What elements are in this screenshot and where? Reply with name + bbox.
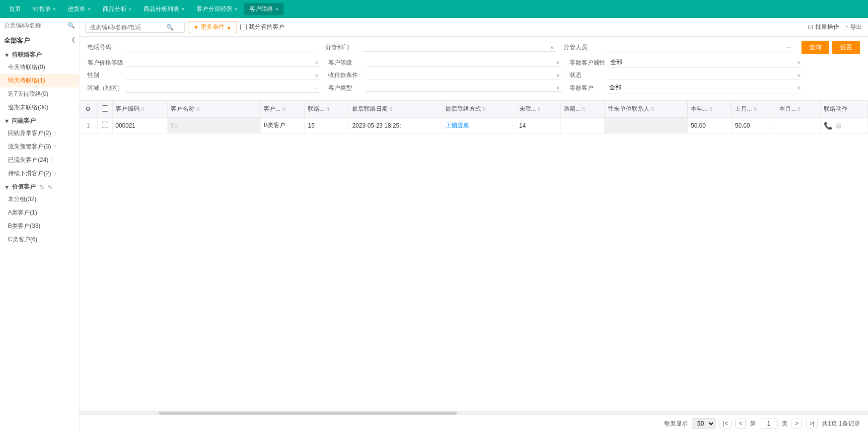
nav-sales-close[interactable]: ×: [53, 6, 56, 12]
cell-checkbox[interactable]: [97, 118, 112, 134]
horizontal-scrollbar[interactable]: [79, 411, 868, 415]
value-toggle-icon[interactable]: ▼: [4, 184, 10, 191]
sidebar-item-7days[interactable]: 近7天待联络(0): [0, 87, 79, 101]
last-month-sort-icon[interactable]: ⇅: [753, 106, 757, 112]
my-customers-checkbox[interactable]: [240, 24, 247, 30]
customer-type-select[interactable]: ∨: [366, 84, 561, 92]
sidebar-item-b-class[interactable]: B类客户(33): [0, 219, 79, 233]
nav-customer-tier-close[interactable]: ×: [234, 6, 237, 12]
year-sort-icon[interactable]: ⇅: [709, 106, 713, 112]
sidebar-item-a-class[interactable]: A类客户(1): [0, 206, 79, 219]
price-level-select[interactable]: ∨: [126, 59, 320, 67]
filter-row-4: 区域（地区） ··· 客户类型 ∨ 零散客户 全部: [87, 82, 860, 93]
unit-sort-icon[interactable]: ⇅: [651, 106, 654, 112]
dept-chevron: ∨: [550, 45, 554, 50]
top-nav: 首页 销售单 × 进货单 × 商品分析 × 商品分析列表 × 客户分层经营 × …: [0, 0, 868, 18]
cell-name: Ea: [167, 118, 261, 134]
status-chevron: ∨: [797, 72, 800, 78]
nav-product-analysis[interactable]: 商品分析 ×: [98, 3, 137, 15]
customer-level-select[interactable]: ∨: [366, 59, 561, 67]
date-sort-icon[interactable]: ⇅: [389, 106, 393, 112]
row-checkbox[interactable]: [102, 122, 108, 128]
filter-search-icon[interactable]: 🔍: [166, 24, 174, 31]
payment-select[interactable]: ∨: [366, 72, 561, 79]
sidebar-item-lost[interactable]: 已流失客户(24) ?: [0, 153, 79, 167]
scrollbar-thumb[interactable]: [159, 412, 457, 415]
gender-select[interactable]: ∨: [125, 72, 320, 79]
dept-select[interactable]: ∨: [363, 44, 555, 52]
problem-toggle-icon[interactable]: ▼: [4, 118, 10, 125]
action-more-icon[interactable]: ⊞: [835, 122, 841, 130]
name-sort-icon[interactable]: ⇅: [196, 106, 200, 112]
filter-search-input[interactable]: [90, 24, 164, 31]
filter-region: 区域（地区） ···: [87, 83, 320, 93]
nav-purchase[interactable]: 进货单 ×: [63, 3, 95, 15]
sidebar-item-overdue[interactable]: 逾期未联络(30): [0, 101, 79, 114]
settings-icon[interactable]: ⚙: [85, 106, 91, 113]
manager-label: 分管人员: [564, 43, 598, 52]
uncontacted-sort-icon[interactable]: ⇅: [537, 106, 541, 112]
manager-ellipsis: ···: [787, 44, 792, 51]
export-btn[interactable]: ↑ 导出: [845, 23, 862, 31]
warning-hint-icon: ?: [53, 144, 56, 150]
pending-toggle-icon[interactable]: ▼: [4, 52, 10, 59]
settings-button[interactable]: 设置: [832, 41, 860, 54]
value-edit-icon[interactable]: ✎: [48, 184, 53, 191]
nav-customer-contact-close[interactable]: ×: [275, 6, 278, 12]
overdue-sort-icon[interactable]: ⇅: [581, 106, 585, 112]
filter-more-btn[interactable]: ▼ 更多条件 ▲: [189, 21, 236, 33]
next-page-btn[interactable]: >: [792, 419, 802, 429]
cell-no: 1: [79, 118, 97, 134]
nav-purchase-close[interactable]: ×: [87, 6, 90, 12]
per-page-select[interactable]: 50: [692, 418, 716, 429]
phone-input[interactable]: [125, 43, 317, 52]
sidebar-search-input[interactable]: [4, 22, 66, 29]
sidebar-item-c-class[interactable]: C类客户(6): [0, 233, 79, 246]
action-call-icon[interactable]: 📞: [824, 122, 832, 130]
select-all-checkbox[interactable]: [102, 105, 108, 112]
col-type: 客户...⇅: [261, 101, 305, 118]
cell-last-contact-method: 下销货单: [442, 118, 516, 134]
type-sort-icon[interactable]: ⇅: [282, 106, 286, 112]
sidebar-item-today[interactable]: 今天待联络(0): [0, 61, 79, 74]
status-select[interactable]: ∨: [607, 72, 802, 79]
retail-customer-select[interactable]: 全部 ∨: [607, 82, 802, 93]
nav-product-list[interactable]: 商品分析列表 ×: [139, 3, 189, 15]
method-sort-icon[interactable]: ⇅: [482, 106, 486, 112]
manager-select[interactable]: ···: [601, 43, 794, 52]
contacts-sort-icon[interactable]: ⇅: [326, 106, 330, 112]
code-sort-icon[interactable]: ⇅: [141, 106, 145, 112]
prev-page-btn[interactable]: <: [735, 419, 746, 429]
cell-contacts: 15: [305, 118, 349, 134]
first-page-btn[interactable]: |<: [720, 419, 731, 429]
page-number-input[interactable]: [760, 419, 778, 429]
last-page-btn[interactable]: >|: [806, 419, 818, 429]
nav-product-analysis-close[interactable]: ×: [129, 6, 132, 12]
sidebar-item-tomorrow[interactable]: 明天待联络(1): [0, 74, 79, 87]
sidebar-item-ungrouped[interactable]: 未分组(32): [0, 193, 79, 206]
main-layout: 🔍 全部客户 《 ▼ 待联络客户 今天待联络(0) 明天待联络(1) 近7天待联…: [0, 18, 868, 432]
sidebar-item-warning[interactable]: 流失预警客户(3) ?: [0, 140, 79, 153]
retail-attr-label: 零散客户属性: [570, 59, 605, 67]
sidebar-item-declining[interactable]: 持续下滑客户(2) ?: [0, 167, 79, 180]
col-settings[interactable]: ⚙: [79, 101, 97, 118]
nav-sales[interactable]: 销售单 ×: [28, 3, 61, 15]
nav-home[interactable]: 首页: [4, 3, 26, 15]
sidebar-item-abnormal[interactable]: 回购异常客户(2) ?: [0, 127, 79, 140]
nav-product-list-close[interactable]: ×: [181, 6, 184, 12]
value-refresh-icon[interactable]: ↻: [40, 184, 45, 191]
cell-action: 📞 ⊞: [820, 118, 868, 134]
nav-customer-tier[interactable]: 客户分层经营 ×: [192, 3, 242, 15]
batch-op-btn[interactable]: ☑ 批量操作: [808, 23, 839, 31]
sidebar-search-icon[interactable]: 🔍: [68, 22, 75, 29]
nav-customer-contact[interactable]: 客户联络 ×: [244, 3, 283, 15]
query-button[interactable]: 查询: [801, 41, 829, 54]
this-month-sort-icon[interactable]: ⇅: [797, 106, 801, 112]
region-select[interactable]: ···: [126, 83, 320, 93]
filter-search-container: 🔍: [85, 22, 185, 33]
sidebar-all-customers[interactable]: 全部客户 《: [0, 33, 79, 48]
payment-chevron: ∨: [556, 72, 560, 78]
col-checkbox[interactable]: [97, 101, 112, 118]
retail-attr-select[interactable]: 全部 ∨: [608, 57, 802, 68]
my-customers-filter[interactable]: 我分管的客户: [240, 23, 285, 31]
